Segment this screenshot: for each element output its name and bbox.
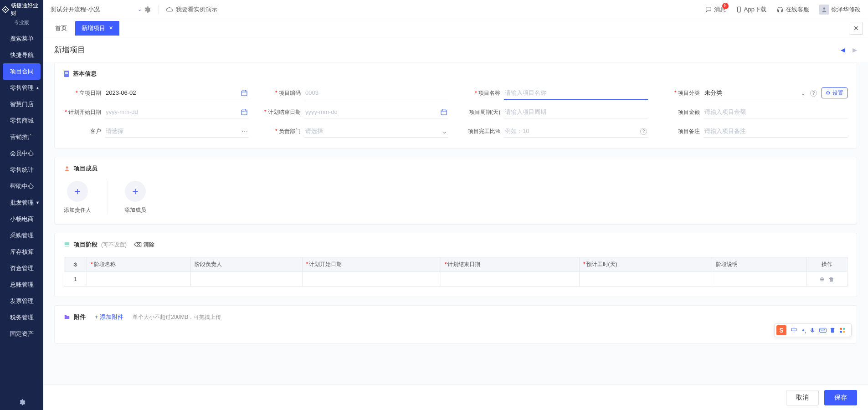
- cell-name[interactable]: [87, 272, 191, 287]
- sidebar-item-2[interactable]: 项目合同: [3, 63, 41, 80]
- ime-skin-icon[interactable]: [829, 327, 839, 333]
- save-button[interactable]: 保存: [824, 390, 857, 405]
- dept-input[interactable]: [304, 125, 448, 138]
- sidebar-item-18[interactable]: 固定资产: [0, 326, 43, 342]
- sidebar-item-17[interactable]: 税务管理: [0, 309, 43, 326]
- add-attachment-button[interactable]: + 添加附件: [95, 313, 123, 321]
- chevron-down-icon[interactable]: ⌄: [801, 89, 806, 97]
- plus-icon: ＋: [67, 181, 88, 202]
- eraser-icon: ⌫: [134, 241, 142, 248]
- pager: ◀ ▶: [841, 46, 857, 53]
- row-number: 1: [64, 272, 87, 287]
- label-code: 项目编码: [263, 89, 304, 97]
- category-settings-button[interactable]: ⚙ 设置: [822, 87, 847, 98]
- sidebar-item-11[interactable]: 小畅电商: [0, 211, 43, 227]
- label-remark: 项目备注: [663, 128, 704, 135]
- sidebar-item-9[interactable]: 帮助中心: [0, 178, 43, 195]
- cycle-input[interactable]: [504, 106, 648, 118]
- ime-punct-icon[interactable]: •,: [799, 327, 809, 334]
- project-name-input[interactable]: [504, 87, 648, 99]
- ime-toolbar[interactable]: S 中 •,: [774, 323, 852, 337]
- add-row-icon[interactable]: ⊕: [820, 276, 824, 282]
- chat-icon: [705, 6, 712, 13]
- sidebar-item-3[interactable]: 零售管理▲: [0, 80, 43, 96]
- more-icon[interactable]: ⋯: [241, 128, 248, 135]
- delete-row-icon[interactable]: 🗑: [829, 276, 834, 282]
- avatar-icon: [819, 5, 829, 15]
- table-row[interactable]: 1 ⊕ 🗑: [64, 272, 847, 287]
- label-done-pct: 项目完工比%: [463, 128, 504, 135]
- ime-voice-icon[interactable]: [809, 327, 819, 333]
- label-dept: 负责部门: [263, 128, 304, 135]
- add-owner-button[interactable]: ＋ 添加责任人: [64, 181, 91, 214]
- plan-start-input[interactable]: [105, 106, 249, 118]
- cell-plan-start[interactable]: [302, 272, 441, 287]
- sidebar-item-4[interactable]: 智慧门店: [0, 96, 43, 113]
- pager-prev-icon[interactable]: ◀: [841, 46, 845, 53]
- brand-logo: 畅捷通好业财: [0, 0, 43, 19]
- help-icon[interactable]: ?: [810, 90, 817, 97]
- cell-plan-end[interactable]: [441, 272, 579, 287]
- svg-rect-18: [823, 329, 823, 329]
- sidebar-item-10[interactable]: 批发管理▼: [0, 195, 43, 211]
- sidebar-item-6[interactable]: 营销推广: [0, 129, 43, 145]
- sidebar-item-15[interactable]: 总账管理: [0, 277, 43, 293]
- section-members: 项目成员 ＋ 添加责任人 ＋ 添加成员: [54, 157, 857, 225]
- workspace-selector[interactable]: 测试分开流程-小况 ⌄: [51, 5, 142, 14]
- col-plan-start: *计划开始日期: [302, 257, 441, 272]
- caret-icon: ▲: [36, 86, 40, 90]
- svg-rect-11: [65, 242, 70, 243]
- sidebar-item-13[interactable]: 库存核算: [0, 244, 43, 260]
- footer: 取消 保存: [43, 384, 868, 410]
- label-plan-start: 计划开始日期: [64, 108, 105, 116]
- cell-desc[interactable]: [712, 272, 806, 287]
- sidebar-item-8[interactable]: 零售统计: [0, 162, 43, 178]
- calendar-icon[interactable]: [440, 108, 447, 116]
- workspace-settings-icon[interactable]: [144, 6, 151, 13]
- amount-input[interactable]: [704, 106, 847, 118]
- setup-date-input[interactable]: [105, 87, 249, 99]
- tabs-close-all[interactable]: ✕: [850, 22, 863, 35]
- cell-owner[interactable]: [190, 272, 302, 287]
- calendar-icon[interactable]: [241, 108, 248, 116]
- add-member-button[interactable]: ＋ 添加成员: [124, 181, 146, 214]
- sidebar-item-14[interactable]: 资金管理: [0, 260, 43, 277]
- close-icon[interactable]: ✕: [109, 25, 113, 31]
- ime-keyboard-icon[interactable]: [819, 327, 829, 333]
- code-input[interactable]: [304, 87, 448, 99]
- done-pct-input[interactable]: [504, 125, 648, 138]
- calendar-icon[interactable]: [241, 89, 248, 97]
- clear-phases-button[interactable]: ⌫ 清除: [134, 241, 154, 249]
- gear-icon: ⚙: [73, 261, 78, 268]
- remark-input[interactable]: [704, 125, 847, 138]
- sidebar-item-7[interactable]: 会员中心: [0, 145, 43, 162]
- sidebar-item-5[interactable]: 零售商城: [0, 113, 43, 129]
- tab-home[interactable]: 首页: [49, 21, 73, 36]
- online-service-link[interactable]: 在线客服: [776, 5, 809, 14]
- tab-new-project[interactable]: 新增项目 ✕: [75, 21, 119, 36]
- chevron-down-icon: ⌄: [138, 6, 142, 12]
- sidebar-settings[interactable]: [0, 395, 43, 410]
- chevron-down-icon[interactable]: ⌄: [442, 128, 447, 135]
- plan-end-input[interactable]: [304, 106, 448, 118]
- label-amount: 项目金额: [663, 108, 704, 116]
- app-download-link[interactable]: App下载: [736, 5, 766, 14]
- ime-toolbox-icon[interactable]: [839, 327, 849, 333]
- sidebar-item-1[interactable]: 快捷导航: [0, 47, 43, 63]
- ime-lang[interactable]: 中: [789, 326, 799, 334]
- view-demo-link[interactable]: 我要看实例演示: [166, 5, 217, 14]
- messages-button[interactable]: 消息 8: [705, 5, 726, 14]
- user-menu[interactable]: 徐泽华修改: [819, 5, 861, 15]
- help-icon[interactable]: ?: [640, 128, 647, 135]
- cell-est-hours[interactable]: [579, 272, 712, 287]
- column-settings[interactable]: ⚙: [64, 257, 87, 272]
- label-plan-end: 计划结束日期: [263, 108, 304, 116]
- cancel-button[interactable]: 取消: [786, 390, 819, 405]
- page-title: 新增项目: [54, 45, 85, 55]
- sidebar-item-12[interactable]: 采购管理: [0, 227, 43, 244]
- customer-input[interactable]: [105, 125, 249, 138]
- pager-next-icon[interactable]: ▶: [853, 46, 857, 53]
- sidebar-item-0[interactable]: 搜索菜单: [0, 31, 43, 47]
- plus-icon: ＋: [125, 181, 146, 202]
- sidebar-item-16[interactable]: 发票管理: [0, 293, 43, 309]
